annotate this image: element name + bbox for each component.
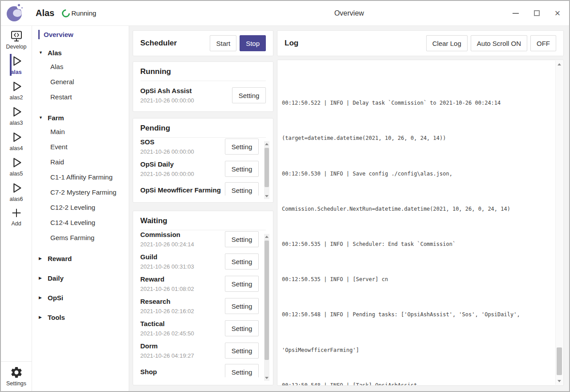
task-info: Research 2021-10-26 02:16:02 xyxy=(140,297,225,315)
rail-instance[interactable]: alas5 xyxy=(10,154,23,179)
log-line: Commission.Scheduler.NextRun=datetime.da… xyxy=(282,205,552,214)
task-info: Commission 2021-10-26 00:24:14 xyxy=(140,230,225,248)
running-card: Running OpSi Ash Assist 2021-10-26 00:00… xyxy=(133,61,273,112)
stop-button[interactable]: Stop xyxy=(240,35,266,51)
scroll-down-icon[interactable] xyxy=(265,195,269,197)
rail-instance[interactable]: alas6 xyxy=(10,180,23,204)
pending-scrollbar[interactable] xyxy=(264,141,269,199)
scrollbar-thumb[interactable] xyxy=(265,148,269,187)
sidebar-group-header[interactable]: ▶ Daily xyxy=(32,272,129,284)
autoscroll-on-button[interactable]: Auto Scroll ON xyxy=(471,35,527,51)
sidebar-groups: ▼ Alas Alas General Restart xyxy=(32,46,129,323)
clear-log-button[interactable]: Clear Log xyxy=(426,35,468,51)
log-scrollbar[interactable] xyxy=(555,61,563,385)
sidebar-group-header[interactable]: ▶ OpSi xyxy=(32,291,129,304)
sidebar-item[interactable]: Restart xyxy=(32,89,129,104)
sidebar-item-overview[interactable]: Overview xyxy=(38,30,129,39)
scroll-down-icon[interactable] xyxy=(558,380,561,382)
sidebar-group-header[interactable]: ▼ Farm xyxy=(32,111,129,124)
sidebar-group-items: Main Event Raid C1-1 Affinity Farming C7… xyxy=(32,124,129,245)
scroll-down-icon[interactable] xyxy=(265,377,269,379)
log-column: Log Clear Log Auto Scroll ON OFF 00:12:5… xyxy=(277,30,564,386)
group-arrow-icon: ▶ xyxy=(39,276,44,280)
setting-button[interactable]: Setting xyxy=(225,182,259,196)
scrollbar-thumb[interactable] xyxy=(265,241,269,360)
log-title: Log xyxy=(285,39,298,48)
start-button[interactable]: Start xyxy=(210,35,236,51)
waiting-scrollbar[interactable] xyxy=(264,234,269,381)
rail-instance[interactable]: alas xyxy=(10,53,23,77)
log-panel: 00:12:50.522 | INFO | Delay task `Commis… xyxy=(277,60,564,386)
settings-button[interactable]: Settings xyxy=(1,361,32,391)
setting-button[interactable]: Setting xyxy=(225,276,259,292)
sidebar-item[interactable]: Event xyxy=(32,139,129,154)
log-buttons: Clear Log Auto Scroll ON OFF xyxy=(426,35,556,51)
sidebar-item[interactable]: C1-1 Affinity Farming xyxy=(32,169,129,184)
close-button[interactable]: × xyxy=(553,9,562,18)
sidebar-group: ▼ Alas Alas General Restart xyxy=(32,46,129,104)
setting-button[interactable]: Setting xyxy=(225,161,259,177)
sidebar-item[interactable]: Raid xyxy=(32,154,129,169)
autoscroll-off-button[interactable]: OFF xyxy=(530,35,556,51)
sidebar-item[interactable]: C12-2 Leveling xyxy=(32,200,129,215)
group-arrow-icon: ▶ xyxy=(39,315,44,319)
pending-task-list: SOS 2021-10-26 00:00:00 Setting OpSi Dai… xyxy=(140,138,263,196)
setting-button[interactable]: Setting xyxy=(225,364,259,377)
rail-instance[interactable]: alas3 xyxy=(10,103,23,128)
setting-button[interactable]: Setting xyxy=(225,343,259,359)
task-row: Research 2021-10-26 02:16:02 Setting xyxy=(140,297,259,315)
rail-instance[interactable]: alas4 xyxy=(10,129,23,153)
sidebar-item[interactable]: Gems Farming xyxy=(32,230,129,245)
pending-title: Pending xyxy=(140,124,266,138)
setting-button[interactable]: Setting xyxy=(225,231,259,247)
sidebar-group-label: OpSi xyxy=(48,294,63,302)
sidebar-item[interactable]: C7-2 Mystery Farming xyxy=(32,184,129,200)
log-line: 00:12:50.548 | INFO | Pending tasks: ['O… xyxy=(282,310,552,319)
scroll-up-icon[interactable] xyxy=(265,143,269,145)
sidebar-item[interactable]: General xyxy=(32,74,129,89)
group-arrow-icon: ▶ xyxy=(39,256,44,261)
running-task-list: OpSi Ash Assist 2021-10-26 00:00:00 Sett… xyxy=(140,86,266,104)
sidebar-group-header[interactable]: ▼ Alas xyxy=(32,46,129,59)
task-next-run: 2021-10-26 00:00:00 xyxy=(140,170,221,178)
page-title: Overview xyxy=(129,9,569,17)
sidebar-item[interactable]: Main xyxy=(32,124,129,139)
sidebar-group-items: Alas General Restart xyxy=(32,59,129,104)
setting-button[interactable]: Setting xyxy=(225,139,259,155)
task-row: Guild 2021-10-26 00:31:03 Setting xyxy=(140,253,259,270)
task-next-run: 2021-10-26 02:45:50 xyxy=(140,330,221,337)
setting-button[interactable]: Setting xyxy=(225,298,259,314)
task-info: Guild 2021-10-26 00:31:03 xyxy=(140,253,225,270)
minimize-button[interactable] xyxy=(511,9,520,18)
rail-item-develop[interactable]: Develop xyxy=(1,29,32,52)
task-info: Tactical 2021-10-26 02:45:50 xyxy=(140,319,225,337)
sidebar-group-header[interactable]: ▶ Tools xyxy=(32,311,129,323)
scroll-up-icon[interactable] xyxy=(265,236,269,238)
group-arrow-icon: ▼ xyxy=(39,50,44,55)
rail-instance[interactable]: alas2 xyxy=(10,78,23,102)
task-name: OpSi Meowfficer Farming xyxy=(140,186,221,195)
window-controls: × xyxy=(511,1,569,25)
add-instance-button[interactable]: Add xyxy=(1,205,32,229)
log-line: 00:12:50.548 | INFO | [Task] OpsiAshAssi… xyxy=(282,381,552,386)
group-arrow-icon: ▼ xyxy=(39,115,44,120)
rail-item-label: Add xyxy=(11,220,21,227)
setting-button[interactable]: Setting xyxy=(225,253,259,270)
task-info: SOS 2021-10-26 00:00:00 xyxy=(140,138,225,155)
sidebar-group: ▶ Daily xyxy=(32,272,129,284)
scrollbar-thumb[interactable] xyxy=(557,347,562,375)
maximize-button[interactable] xyxy=(532,9,541,18)
sidebar-item[interactable]: C12-4 Leveling xyxy=(32,215,129,230)
app-window: Alas Running Overview × Develop xyxy=(0,0,570,392)
app-body: Develop alas alas2 xyxy=(1,26,569,391)
play-icon xyxy=(10,80,23,93)
sidebar-group-header[interactable]: ▶ Reward xyxy=(32,252,129,265)
rail-instance-label: alas xyxy=(11,69,21,75)
setting-button[interactable]: Setting xyxy=(225,320,259,336)
sidebar-item[interactable]: Alas xyxy=(32,59,129,74)
task-name: OpSi Daily xyxy=(140,160,221,169)
scroll-up-icon[interactable] xyxy=(558,63,561,65)
setting-button[interactable]: Setting xyxy=(232,87,266,103)
close-icon: × xyxy=(555,9,561,18)
rail-instance-label: alas5 xyxy=(10,171,23,177)
